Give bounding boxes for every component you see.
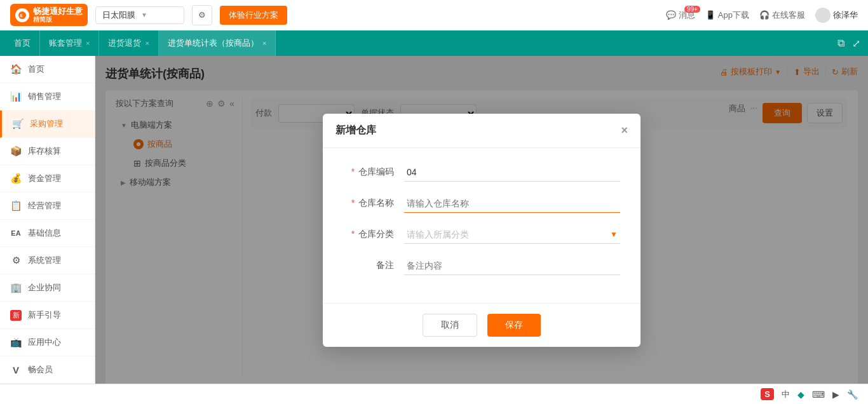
tab-home-label: 首页 [14,37,31,49]
category-select[interactable]: 请输入所属分类 [404,226,620,244]
tab-account-label: 账套管理 [49,37,82,49]
sidebar-label-sales: 销售管理 [28,91,61,102]
tab-actions: ⧉ ⤢ [835,35,863,52]
code-input[interactable] [404,163,620,182]
home-icon: 🏠 [10,64,22,75]
tab-expand-button[interactable]: ⤢ [850,35,863,52]
settings-button[interactable]: ⚙ [192,5,212,25]
sidebar-item-home[interactable]: 🏠 首页 [0,56,95,83]
remark-label: 备注 [343,260,394,271]
sales-icon: 📊 [10,91,22,102]
required-mark-code: * [351,166,355,177]
remark-input[interactable] [404,257,620,275]
chinese-input-icon[interactable]: 中 [782,389,790,400]
store-selector[interactable]: 日太阳膜 ▼ [95,6,184,24]
tab-account-close[interactable]: × [86,39,90,47]
sidebar-label-enterprise: 企业协同 [28,282,61,293]
tab-returns-close[interactable]: × [145,39,149,47]
new-warehouse-modal: 新增仓库 × * 仓库编码 * [323,114,641,347]
form-row-name: * 仓库名称 [343,194,620,213]
inventory-icon: 📦 [10,145,22,157]
sidebar-item-vip[interactable]: V 畅会员 [0,356,95,384]
system-icon: ⚙ [10,255,22,266]
bottom-bar: S 中 ◆ ⌨ ▶ 🔧 [0,384,868,404]
category-select-wrap: 请输入所属分类 ▼ [404,226,620,244]
logo-icon: 6 [15,8,29,22]
app-download-button[interactable]: 📱 App下载 [705,10,749,21]
tab-stats-close[interactable]: × [262,39,266,47]
enterprise-icon: 🏢 [10,282,22,293]
sidebar-label-guide: 新手引导 [28,309,61,321]
sidebar-item-sales[interactable]: 📊 销售管理 [0,83,95,111]
logo-area: 6 畅捷通好生意 精简版 [10,4,88,27]
headphone-icon: 🎧 [759,10,770,20]
store-dropdown-arrow: ▼ [141,11,177,18]
s-logo: S [761,388,774,400]
sidebar-item-system[interactable]: ⚙ 系统管理 [0,247,95,274]
trial-button[interactable]: 体验行业方案 [220,6,287,25]
modal-footer: 取消 保存 [323,303,641,347]
tab-stats[interactable]: 进货单统计表（按商品） × [159,30,276,56]
sidebar-item-basic-info[interactable]: EA 基础信息 [0,220,95,247]
tab-home[interactable]: 首页 [5,30,40,56]
top-header: 6 畅捷通好生意 精简版 日太阳膜 ▼ ⚙ 体验行业方案 💬 消息 99+ 📱 … [0,0,868,30]
user-area[interactable]: 徐泽华 [815,8,858,23]
sidebar-item-finance[interactable]: 💰 资金管理 [0,165,95,192]
sidebar: 🏠 首页 📊 销售管理 🛒 采购管理 📦 库存核算 💰 资金管理 📋 经营管理 … [0,56,95,404]
cancel-button[interactable]: 取消 [423,314,477,337]
message-badge: 99+ [684,6,700,13]
user-name: 徐泽华 [833,10,858,21]
tab-collapse-button[interactable]: ⧉ [835,35,847,52]
tab-returns-label: 进货退货 [108,37,141,49]
tab-account[interactable]: 账套管理 × [40,30,99,56]
online-service-button[interactable]: 🎧 在线客服 [759,10,805,21]
sidebar-item-operations[interactable]: 📋 经营管理 [0,192,95,220]
gear-icon: ⚙ [198,10,206,20]
modal-body: * 仓库编码 * 仓库名称 [323,148,641,303]
svg-text:6: 6 [20,13,23,18]
user-avatar [815,8,831,23]
modal-header: 新增仓库 × [323,114,641,148]
main-layout: 🏠 首页 📊 销售管理 🛒 采购管理 📦 库存核算 💰 资金管理 📋 经营管理 … [0,56,868,404]
phone-icon: 📱 [705,10,715,20]
app-name-main: 畅捷通好生意 [33,6,83,17]
message-icon: 💬 [666,10,676,20]
sidebar-item-purchase[interactable]: 🛒 采购管理 [0,111,95,138]
code-label: * 仓库编码 [343,166,394,178]
content-area: 进货单统计(按商品) 🖨 按模板打印 ▼ | ⬆ 导出 | ↻ 刷新 [95,56,868,404]
appstore-icon: 📺 [10,337,22,348]
purchase-icon: 🛒 [12,118,24,130]
modal-close-button[interactable]: × [621,124,628,137]
basic-info-icon: EA [10,229,22,237]
save-button[interactable]: 保存 [487,314,541,337]
name-label: * 仓库名称 [343,198,394,209]
sidebar-label-purchase: 采购管理 [30,118,63,130]
guide-icon: 新 [10,310,22,321]
play-icon[interactable]: ▶ [832,389,839,400]
message-button[interactable]: 💬 消息 99+ [666,10,695,21]
sidebar-item-appstore[interactable]: 📺 应用中心 [0,329,95,356]
category-label: * 仓库分类 [343,229,394,240]
sidebar-label-operations: 经营管理 [28,200,61,212]
sidebar-item-enterprise[interactable]: 🏢 企业协同 [0,274,95,302]
sidebar-item-inventory[interactable]: 📦 库存核算 [0,138,95,165]
sidebar-item-guide[interactable]: 新 新手引导 [0,302,95,329]
sidebar-label-inventory: 库存核算 [28,145,61,157]
vip-icon: V [10,365,22,375]
tab-bar: 首页 账套管理 × 进货退货 × 进货单统计表（按商品） × ⧉ ⤢ [0,30,868,56]
sidebar-label-home: 首页 [28,64,44,75]
diamond-icon: ◆ [797,389,804,400]
name-input[interactable] [404,194,620,213]
keyboard-icon[interactable]: ⌨ [812,389,825,400]
form-row-code: * 仓库编码 [343,163,620,182]
sidebar-label-finance: 资金管理 [28,173,61,184]
form-row-category: * 仓库分类 请输入所属分类 ▼ [343,226,620,244]
sidebar-label-basic-info: 基础信息 [28,227,61,239]
finance-icon: 💰 [10,173,22,184]
header-right: 💬 消息 99+ 📱 App下载 🎧 在线客服 徐泽华 [666,8,858,23]
operations-icon: 📋 [10,200,22,212]
tool-icon[interactable]: 🔧 [847,389,858,400]
app-download-label: App下载 [718,10,749,21]
tab-returns[interactable]: 进货退货 × [99,30,158,56]
required-mark-name: * [351,198,355,208]
